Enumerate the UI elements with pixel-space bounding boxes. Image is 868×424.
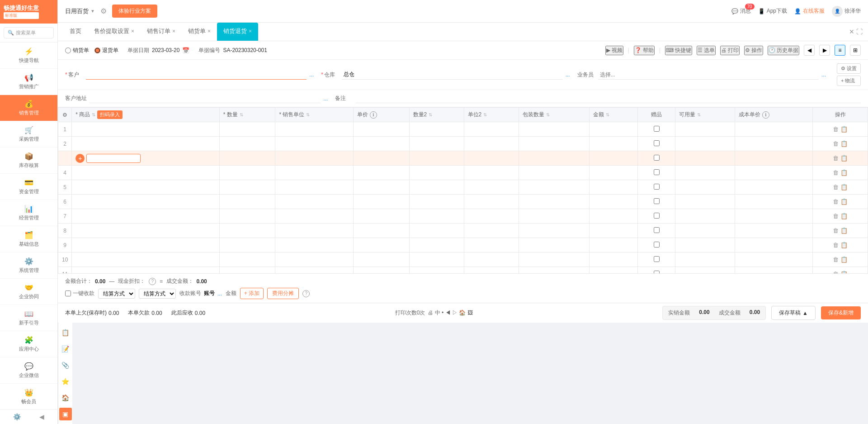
row-gift-6[interactable] bbox=[638, 195, 675, 209]
row-available-1[interactable] bbox=[675, 122, 735, 137]
tab-saleprice-close[interactable]: × bbox=[131, 28, 134, 34]
row-delete-btn-1[interactable]: 🗑 bbox=[833, 126, 839, 133]
row-unit-2[interactable] bbox=[275, 137, 353, 151]
row-gift-check-7[interactable] bbox=[654, 213, 660, 219]
row-qty-6[interactable] bbox=[219, 195, 275, 209]
row-gift-check-8[interactable] bbox=[654, 227, 660, 233]
add-payment-btn[interactable]: + 添加 bbox=[240, 288, 264, 299]
row-cost-10[interactable] bbox=[735, 252, 812, 267]
app-download-btn[interactable]: 📱 App下载 bbox=[758, 7, 787, 15]
row-price-6[interactable] bbox=[353, 195, 409, 209]
sidebar-item-basic[interactable]: 🗂️ 基础信息 bbox=[0, 226, 57, 252]
row-gift-check-10[interactable] bbox=[654, 256, 660, 262]
row-qty-10[interactable] bbox=[219, 252, 275, 267]
sidebar-item-guide[interactable]: 📖 新手引导 bbox=[0, 305, 57, 331]
row-unit2-3[interactable] bbox=[464, 151, 519, 166]
staff-lookup-btn[interactable]: ... bbox=[821, 71, 826, 78]
fullscreen-btn[interactable]: ⛶ bbox=[856, 28, 863, 35]
settle-method-select[interactable]: 结算方式 bbox=[98, 289, 135, 299]
row-unit2-2[interactable] bbox=[464, 137, 519, 151]
row-unit2-9[interactable] bbox=[464, 238, 519, 252]
radio-saleout-input[interactable] bbox=[65, 48, 71, 53]
row-amount-3[interactable] bbox=[589, 151, 637, 166]
row-goods-2[interactable] bbox=[72, 137, 219, 151]
address-lookup-btn[interactable]: ... bbox=[323, 95, 328, 102]
row-qty-3[interactable] bbox=[219, 151, 275, 166]
row-qty-11[interactable] bbox=[219, 267, 275, 274]
row-qty-9[interactable] bbox=[219, 238, 275, 252]
row-copy-btn-1[interactable]: 📋 bbox=[840, 126, 848, 133]
row-copy-btn-5[interactable]: 📋 bbox=[840, 184, 848, 191]
row-unit-10[interactable] bbox=[275, 252, 353, 267]
row-amount-1[interactable] bbox=[589, 122, 637, 137]
staff-input[interactable] bbox=[598, 70, 819, 80]
row-qty2-10[interactable] bbox=[409, 252, 464, 267]
next-record-btn[interactable]: ▶ bbox=[819, 45, 830, 56]
right-icon-orange[interactable]: ▣ bbox=[59, 408, 72, 420]
row-delete-btn-5[interactable]: 🗑 bbox=[833, 184, 839, 191]
row-unit-1[interactable] bbox=[275, 122, 353, 137]
save-new-btn[interactable]: 保存&新增 bbox=[821, 306, 861, 319]
calc-method-select[interactable]: 结算方式 bbox=[139, 289, 176, 299]
note-input[interactable] bbox=[356, 94, 861, 103]
row-gift-check-5[interactable] bbox=[654, 184, 660, 190]
row-delete-btn-2[interactable]: 🗑 bbox=[833, 140, 839, 147]
search-menu-button[interactable]: 🔍 搜索菜单 bbox=[4, 27, 54, 38]
row-qty2-5[interactable] bbox=[409, 180, 464, 195]
row-available-8[interactable] bbox=[675, 224, 735, 238]
right-icon-notes[interactable]: 📋 bbox=[59, 326, 72, 339]
row-available-10[interactable] bbox=[675, 252, 735, 267]
row-price-11[interactable] bbox=[353, 267, 409, 274]
row-copy-btn-6[interactable]: 📋 bbox=[840, 198, 848, 205]
row-gift-check-1[interactable] bbox=[654, 126, 660, 132]
sidebar-collapse-btn[interactable]: ◀ bbox=[39, 413, 44, 420]
tab-saleout[interactable]: 销货单 × bbox=[182, 23, 217, 41]
row-cost-7[interactable] bbox=[735, 209, 812, 224]
row-pkgqty-11[interactable] bbox=[519, 267, 589, 274]
row-gift-7[interactable] bbox=[638, 209, 675, 224]
row-price-2[interactable] bbox=[353, 137, 409, 151]
row-qty2-8[interactable] bbox=[409, 224, 464, 238]
row-price-10[interactable] bbox=[353, 252, 409, 267]
row-amount-6[interactable] bbox=[589, 195, 637, 209]
row-cost-2[interactable] bbox=[735, 137, 812, 151]
row-pkgqty-7[interactable] bbox=[519, 209, 589, 224]
row-gift-4[interactable] bbox=[638, 166, 675, 180]
address-input[interactable] bbox=[90, 94, 321, 103]
row-pkgqty-1[interactable] bbox=[519, 122, 589, 137]
row-delete-btn-6[interactable]: 🗑 bbox=[833, 198, 839, 205]
row-gift-11[interactable] bbox=[638, 267, 675, 274]
row-qty-2[interactable] bbox=[219, 137, 275, 151]
row-unit2-6[interactable] bbox=[464, 195, 519, 209]
history-btn[interactable]: 🕐 历史单据 bbox=[768, 46, 799, 55]
right-icon-attach[interactable]: 📎 bbox=[59, 359, 72, 372]
help-btn[interactable]: ❓ 帮助 bbox=[634, 46, 655, 55]
message-btn[interactable]: 💬 消息 70 bbox=[731, 7, 751, 15]
scan-btn[interactable]: 扫码录入 bbox=[97, 110, 123, 119]
quick-pay-input[interactable] bbox=[65, 291, 71, 296]
sidebar-item-member[interactable]: 👑 畅会员 bbox=[0, 384, 57, 409]
row-gift-9[interactable] bbox=[638, 238, 675, 252]
row-amount-9[interactable] bbox=[589, 238, 637, 252]
row-price-3[interactable] bbox=[353, 151, 409, 166]
row-unit-11[interactable] bbox=[275, 267, 353, 274]
row-qty-1[interactable] bbox=[219, 122, 275, 137]
row-qty2-3[interactable] bbox=[409, 151, 464, 166]
trial-plan-btn[interactable]: 体验行业方案 bbox=[112, 5, 157, 18]
sidebar-item-finance[interactable]: 💳 资金管理 bbox=[0, 174, 57, 200]
amount-sort-icon[interactable]: ⇅ bbox=[606, 112, 609, 117]
row-goods-7[interactable] bbox=[72, 209, 219, 224]
qty-sort-icon[interactable]: ⇅ bbox=[240, 112, 243, 117]
row-unit-9[interactable] bbox=[275, 238, 353, 252]
row-available-7[interactable] bbox=[675, 209, 735, 224]
row-pkgqty-9[interactable] bbox=[519, 238, 589, 252]
row-available-2[interactable] bbox=[675, 137, 735, 151]
tab-saleout-close[interactable]: × bbox=[208, 28, 211, 34]
sidebar-item-partner[interactable]: 🤝 企业协同 bbox=[0, 279, 57, 305]
available-sort-icon[interactable]: ⇅ bbox=[697, 112, 701, 117]
row-goods-10[interactable] bbox=[72, 252, 219, 267]
row-delete-btn-7[interactable]: 🗑 bbox=[833, 213, 839, 219]
row-gift-8[interactable] bbox=[638, 224, 675, 238]
select-btn[interactable]: ☰ 选单 bbox=[697, 46, 716, 55]
row-gift-5[interactable] bbox=[638, 180, 675, 195]
